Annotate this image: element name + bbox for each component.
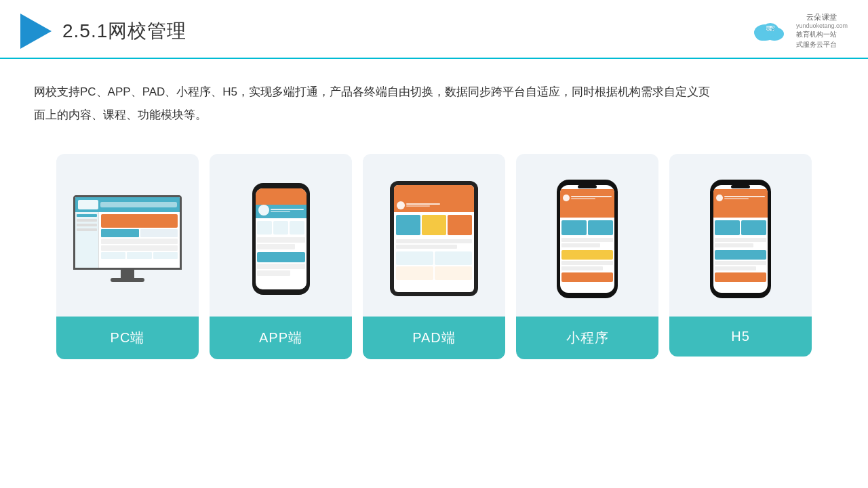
- page-title: 2.5.1网校管理: [62, 18, 186, 44]
- mini-image-area: [516, 167, 658, 310]
- pad-image-area: [363, 167, 505, 310]
- cloud-svg-icon: 云朵: [750, 19, 791, 43]
- mini-card: 小程序: [516, 154, 658, 359]
- h5-notch: [731, 185, 750, 188]
- pc-card: PC端: [56, 154, 199, 359]
- tablet-device: [390, 181, 478, 296]
- brand-text: 云朵课堂 yunduoketang.com 教育机构一站 式服务云平台: [796, 12, 848, 49]
- app-phone-device: [252, 183, 310, 295]
- pc-label: PC端: [56, 317, 199, 359]
- h5-phone-device: [710, 180, 771, 298]
- pc-screen: [73, 195, 182, 270]
- pad-card: PAD端: [363, 154, 505, 359]
- device-cards: PC端: [0, 140, 868, 380]
- header-left: 2.5.1网校管理: [20, 14, 186, 49]
- description-text: 网校支持PC、APP、PAD、小程序、H5，实现多端打通，产品各终端自由切换，数…: [0, 59, 746, 140]
- h5-card: H5: [669, 154, 812, 357]
- app-label: APP端: [210, 317, 352, 359]
- pad-label: PAD端: [363, 317, 505, 359]
- svg-text:云朵: 云朵: [766, 26, 776, 31]
- phone-notch: [578, 185, 597, 188]
- mini-label: 小程序: [516, 317, 658, 359]
- play-icon: [20, 14, 52, 49]
- brand-tagline: 教育机构一站 式服务云平台: [796, 29, 848, 49]
- pc-image-area: [56, 167, 199, 310]
- app-image-area: [210, 167, 352, 310]
- h5-label: H5: [669, 317, 812, 357]
- brand-logo: 云朵 云朵课堂 yunduoketang.com 教育机构一站 式服务云平台: [750, 12, 848, 49]
- svg-point-3: [755, 30, 769, 41]
- page-header: 2.5.1网校管理 云朵 云朵课堂 yunduoketang.com 教育机构一…: [0, 0, 868, 59]
- pc-device: [73, 195, 182, 282]
- mini-phone-device: [557, 180, 618, 298]
- h5-image-area: [669, 167, 812, 310]
- app-card: APP端: [210, 154, 352, 359]
